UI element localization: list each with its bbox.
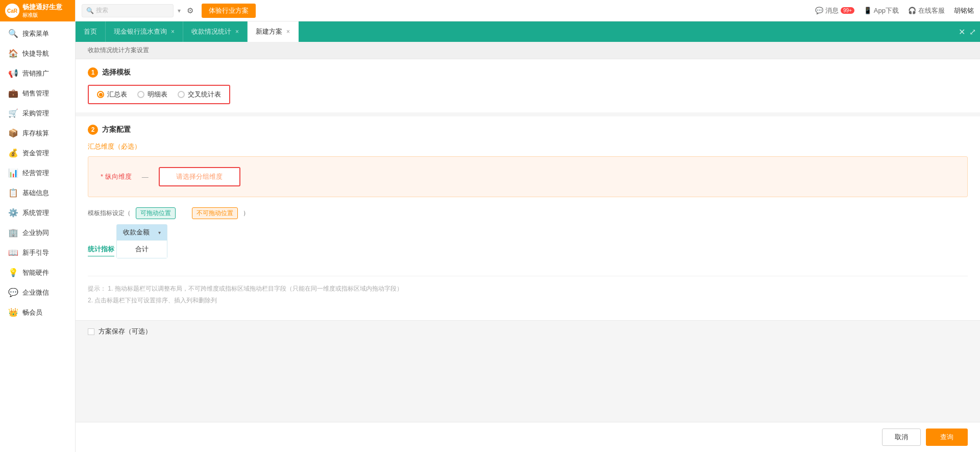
metrics-card-body: 合计 <box>117 241 167 258</box>
sidebar-icon-1: 🏠 <box>8 49 18 58</box>
trial-button[interactable]: 体验行业方案 <box>202 4 256 18</box>
sidebar-icon-5: 📦 <box>8 128 18 138</box>
sidebar-label-12: 智能硬件 <box>22 268 49 277</box>
radio-option-1[interactable]: 明细表 <box>137 90 167 99</box>
sidebar-item-10[interactable]: 🏢企业协同 <box>0 223 75 243</box>
customer-service-label: 在线客服 <box>918 6 945 15</box>
dropdown-icon: ▾ <box>158 230 161 235</box>
sidebar-icon-12: 💡 <box>8 268 18 277</box>
sidebar-item-7[interactable]: 📊经营管理 <box>0 163 75 183</box>
top-header: 🔍 搜索 ▾ ⚙ 体验行业方案 💬 消息 99+ 📱 App下载 🎧 在线客服 … <box>76 0 980 21</box>
radio-circle-2 <box>178 91 185 98</box>
metrics-section: 模板指标设定（ 可拖动位置 不可拖动位置 ） 统计指标 收款金额 ▾ 合计 <box>88 207 968 260</box>
gear-icon[interactable]: ⚙ <box>187 6 193 15</box>
cancel-button[interactable]: 取消 <box>882 429 921 446</box>
sidebar-item-2[interactable]: 📢营销推广 <box>0 63 75 83</box>
save-section: 方案保存（可选） <box>76 320 980 342</box>
tip-0: 提示： 1. 拖动标题栏可以调整布局，不可跨维度或指标区域拖动栏目字段（只能在同… <box>88 284 968 293</box>
tab-3[interactable]: 新建方案× <box>248 21 299 42</box>
dimension-placeholder[interactable]: 请选择分组维度 <box>159 167 240 186</box>
logo-icon: CaR <box>5 4 19 18</box>
sidebar-item-11[interactable]: 📖新手引导 <box>0 243 75 263</box>
tab-close-3[interactable]: × <box>286 28 290 35</box>
radio-label-2: 交叉统计表 <box>188 90 221 99</box>
draggable-badge: 可拖动位置 <box>136 207 176 219</box>
radio-label-0: 汇总表 <box>107 90 127 99</box>
footer-bar: 取消 查询 <box>76 422 980 452</box>
step1-title: 选择模板 <box>102 68 131 77</box>
sidebar-item-13[interactable]: 💬企业微信 <box>0 282 75 302</box>
dimension-table: * 纵向维度 — 请选择分组维度 <box>88 156 968 197</box>
sidebar-label-11: 新手引导 <box>22 248 49 257</box>
app-download-icon: 📱 <box>864 7 872 14</box>
metrics-label-row: 模板指标设定（ 可拖动位置 不可拖动位置 ） <box>88 207 968 219</box>
tab-2[interactable]: 收款情况统计× <box>183 21 248 42</box>
tab-close-2[interactable]: × <box>235 28 239 35</box>
page-content: 收款情况统计方案设置 1 选择模板 汇总表 明细表 交叉统计表 2 方案配置 <box>76 42 980 422</box>
sidebar-item-5[interactable]: 📦库存核算 <box>0 123 75 143</box>
sidebar-item-0[interactable]: 🔍搜索菜单 <box>0 23 75 43</box>
step2-badge: 2 <box>88 125 98 135</box>
header-chevron-icon[interactable]: ▾ <box>178 7 181 14</box>
message-badge: 99+ <box>841 7 854 14</box>
sidebar-item-6[interactable]: 💰资金管理 <box>0 143 75 163</box>
sidebar-item-3[interactable]: 💼销售管理 <box>0 83 75 103</box>
sidebar-icon-13: 💬 <box>8 288 18 297</box>
main-area: 🔍 搜索 ▾ ⚙ 体验行业方案 💬 消息 99+ 📱 App下载 🎧 在线客服 … <box>76 0 980 452</box>
maximize-icon[interactable]: ⤢ <box>969 27 976 37</box>
radio-option-0[interactable]: 汇总表 <box>97 90 127 99</box>
customer-service-button[interactable]: 🎧 在线客服 <box>908 6 945 15</box>
tab-1[interactable]: 现金银行流水查询× <box>106 21 183 42</box>
sidebar-label-9: 系统管理 <box>22 208 49 218</box>
sidebar-item-1[interactable]: 🏠快捷导航 <box>0 43 75 63</box>
sidebar-item-4[interactable]: 🛒采购管理 <box>0 103 75 123</box>
tab-0[interactable]: 首页 <box>76 21 106 42</box>
sidebar-icon-2: 📢 <box>8 68 18 78</box>
step2-title: 方案配置 <box>102 125 131 134</box>
sidebar-icon-8: 📋 <box>8 188 18 198</box>
sidebar-icon-11: 📖 <box>8 248 18 257</box>
sidebar-icon-7: 📊 <box>8 168 18 178</box>
step2-header: 2 方案配置 <box>88 125 968 135</box>
sidebar-icon-9: ⚙️ <box>8 208 18 218</box>
logo-text: 畅捷通好生意 <box>22 3 62 12</box>
sidebar-item-12[interactable]: 💡智能硬件 <box>0 263 75 282</box>
radio-circle-1 <box>137 91 144 98</box>
sidebar-item-14[interactable]: 👑畅会员 <box>0 302 75 322</box>
message-button[interactable]: 💬 消息 99+ <box>815 6 854 15</box>
header-right: 💬 消息 99+ 📱 App下载 🎧 在线客服 胡铭铭 <box>815 6 974 15</box>
metrics-card-header[interactable]: 收款金额 ▾ <box>117 225 167 241</box>
metrics-config-suffix: ） <box>243 209 249 218</box>
step2-section: 2 方案配置 汇总维度（必选） * 纵向维度 — 请选择分组维度 模板 <box>76 116 980 320</box>
tab-label-2: 收款情况统计 <box>191 27 231 36</box>
query-button[interactable]: 查询 <box>926 429 968 446</box>
sidebar-icon-14: 👑 <box>8 307 18 317</box>
sidebar-label-1: 快捷导航 <box>22 49 49 58</box>
sidebar: CaR 畅捷通好生意 标准版 🔍搜索菜单🏠快捷导航📢营销推广💼销售管理🛒采购管理… <box>0 0 76 452</box>
header-search-box[interactable]: 🔍 搜索 <box>82 4 174 17</box>
step1-header: 1 选择模板 <box>88 67 968 78</box>
app-download-button[interactable]: 📱 App下载 <box>864 6 899 15</box>
tab-close-1[interactable]: × <box>171 28 175 35</box>
sidebar-icon-4: 🛒 <box>8 108 18 118</box>
message-icon: 💬 <box>815 7 823 14</box>
metrics-config-sep <box>181 209 187 218</box>
metrics-config-label: 模板指标设定（ <box>88 209 131 218</box>
close-all-icon[interactable]: ✕ <box>959 27 965 37</box>
tab-label-1: 现金银行流水查询 <box>114 27 167 36</box>
radio-label-1: 明细表 <box>148 90 167 99</box>
sidebar-label-14: 畅会员 <box>22 308 42 317</box>
save-label: 方案保存（可选） <box>99 327 152 336</box>
username-label: 胡铭铭 <box>954 6 974 15</box>
search-placeholder: 搜索 <box>96 6 108 15</box>
radio-option-2[interactable]: 交叉统计表 <box>178 90 221 99</box>
sidebar-item-8[interactable]: 📋基础信息 <box>0 183 75 203</box>
tab-controls: ✕ ⤢ <box>954 21 980 42</box>
sidebar-icon-10: 🏢 <box>8 228 18 237</box>
tab-label-3: 新建方案 <box>256 27 282 36</box>
metrics-card: 收款金额 ▾ 合计 <box>116 224 167 258</box>
metrics-title: 统计指标 <box>88 245 114 256</box>
save-checkbox[interactable] <box>88 328 94 335</box>
sidebar-item-9[interactable]: ⚙️系统管理 <box>0 203 75 223</box>
tab-label-0: 首页 <box>84 27 97 36</box>
